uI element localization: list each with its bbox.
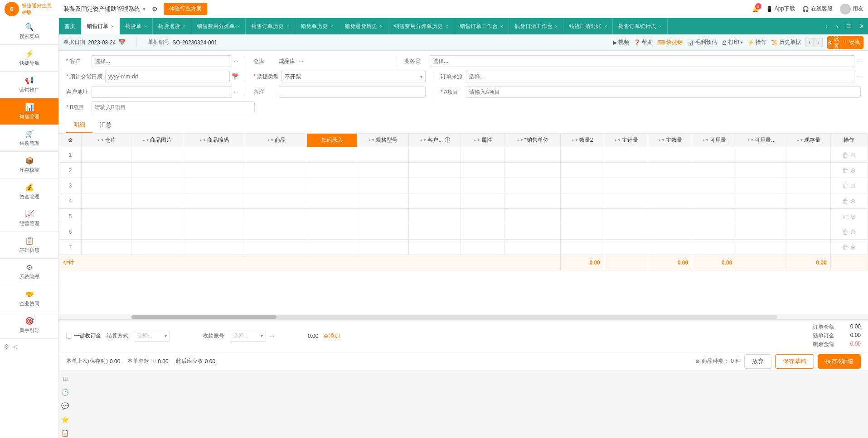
row-7-qty2[interactable] [560, 240, 604, 255]
tab-close-order-history[interactable]: × [286, 24, 289, 29]
row-4-warehouse[interactable] [82, 193, 131, 209]
tab-close-sales-history[interactable]: × [330, 24, 333, 29]
view-btn[interactable]: ▶ 视频 [613, 39, 629, 46]
tab-daily-workbench[interactable]: 钱货日清工作台 × [509, 18, 564, 34]
settings-right-btn[interactable]: ⚙ 设置 [827, 36, 840, 49]
row-4-scan[interactable] [307, 193, 357, 209]
salesperson-dots-btn[interactable]: ··· [856, 58, 861, 64]
row-7-unit[interactable] [504, 240, 560, 255]
row-6-available[interactable] [692, 224, 736, 240]
row-7-copy-icon[interactable]: ⊕ [850, 244, 856, 251]
row-4-available[interactable] [692, 193, 736, 209]
dropdown-arrow-icon[interactable]: ▾ [143, 6, 145, 12]
row-3-unit[interactable] [504, 178, 560, 193]
sidebar-item-purchase[interactable]: 🛒 采购管理 [0, 125, 58, 152]
row-1-qty2[interactable] [560, 147, 604, 163]
row-2-main-qty[interactable] [648, 163, 692, 178]
row-7-cust-code[interactable] [408, 240, 461, 255]
row-6-main-qty[interactable] [648, 224, 692, 240]
tab-next-btn[interactable]: › [832, 18, 843, 34]
row-2-unit[interactable] [504, 163, 560, 178]
sidebar-item-system[interactable]: ⚙ 系统管理 [0, 259, 58, 285]
row-3-spec[interactable] [357, 178, 409, 193]
sort-attr-icon[interactable]: ▲▼ [473, 139, 480, 142]
sidebar-item-inventory[interactable]: 📦 库存核算 [0, 152, 58, 178]
nav-next-icon[interactable]: › [815, 38, 823, 47]
row-2-delete-icon[interactable]: 🗑 [842, 167, 849, 174]
row-3-main-unit[interactable] [604, 178, 648, 193]
tab-summary[interactable]: 汇总 [92, 118, 119, 133]
row-5-available2[interactable] [736, 209, 786, 224]
row-1-available[interactable] [692, 147, 736, 163]
sort-avail-icon[interactable]: ▲▼ [702, 139, 709, 142]
tab-return-history[interactable]: 销货退货历史 × [339, 18, 388, 34]
add-payment-btn[interactable]: ⊕ 添加 [324, 332, 340, 340]
row-6-spec[interactable] [357, 224, 409, 240]
row-1-current[interactable] [786, 147, 830, 163]
tab-expense[interactable]: 销售费用分摊单 × [191, 18, 246, 34]
sort-product-icon[interactable]: ▲▼ [267, 139, 274, 142]
sort-unit-icon[interactable]: ▲▼ [516, 139, 524, 142]
row-1-attr[interactable] [461, 147, 504, 163]
right-panel-icon-5[interactable]: 📋 [60, 428, 70, 438]
row-6-code[interactable] [183, 224, 245, 240]
row-7-warehouse[interactable] [82, 240, 131, 255]
tab-reconcile[interactable]: 钱货日清对账 × [563, 18, 613, 34]
sort-current-icon[interactable]: ▲▼ [796, 139, 804, 142]
row-3-qty2[interactable] [560, 178, 604, 193]
tab-close-return[interactable]: × [183, 24, 185, 29]
row-1-cust-code[interactable] [408, 147, 461, 163]
row-4-main-unit[interactable] [604, 193, 648, 209]
tab-sales-list[interactable]: 销货单 × [120, 18, 153, 34]
tab-home[interactable]: 首页 [59, 18, 81, 34]
row-3-cust-code[interactable] [408, 178, 461, 193]
row-1-main-qty[interactable] [648, 147, 692, 163]
tab-close-daily-workbench[interactable]: × [555, 24, 558, 29]
row-7-main-unit[interactable] [604, 240, 648, 255]
print-btn[interactable]: 🖨 打印 ▾ [722, 39, 743, 46]
row-3-attr[interactable] [461, 178, 504, 193]
row-6-delete-icon[interactable]: 🗑 [842, 228, 849, 236]
number-value[interactable]: SO-20230324-001 [172, 39, 217, 46]
date-value[interactable]: 2023-03-24 [88, 39, 116, 46]
row-1-spec[interactable] [357, 147, 409, 163]
sort-avail2-icon[interactable]: ▲▼ [747, 139, 754, 142]
address-dots-btn[interactable]: ··· [234, 89, 238, 95]
row-1-available2[interactable] [736, 147, 786, 163]
row-7-code[interactable] [183, 240, 245, 255]
row-6-available2[interactable] [736, 224, 786, 240]
row-2-spec[interactable] [357, 163, 409, 178]
sort-code-icon[interactable]: ▲▼ [199, 139, 206, 142]
tab-menu-btn[interactable]: ☰ [843, 18, 855, 34]
sidebar-item-sales[interactable]: 📊 销售管理 [0, 98, 58, 125]
customer-address-input[interactable] [92, 86, 232, 98]
tab-close-reconcile[interactable]: × [604, 24, 607, 29]
row-6-img[interactable] [131, 224, 183, 240]
row-6-copy-icon[interactable]: ⊕ [850, 228, 856, 236]
row-7-current[interactable] [786, 240, 830, 255]
tab-sales-order[interactable]: 销售订单 × [81, 18, 120, 34]
row-5-attr[interactable] [461, 209, 504, 224]
row-4-delete-icon[interactable]: 🗑 [842, 197, 849, 205]
order-source-dots-btn[interactable]: ··· [856, 73, 861, 80]
row-4-product[interactable] [245, 193, 307, 209]
save-draft-btn[interactable]: 保存草稿 [775, 354, 814, 369]
row-6-cust-code[interactable] [408, 224, 461, 240]
scrollbar-thumb[interactable] [131, 315, 276, 319]
app-download-btn[interactable]: 📱 App下载 [766, 5, 795, 13]
row-7-attr[interactable] [461, 240, 504, 255]
profit-btn[interactable]: 📊 毛利预估 [687, 39, 717, 46]
row-6-product[interactable] [245, 224, 307, 240]
row-5-qty2[interactable] [560, 209, 604, 224]
sort-warehouse-icon[interactable]: ▲▼ [97, 139, 104, 142]
row-2-warehouse[interactable] [82, 163, 131, 178]
tab-close-expense-history[interactable]: × [446, 24, 448, 29]
tab-return[interactable]: 销货退货 × [153, 18, 191, 34]
row-3-main-qty[interactable] [648, 178, 692, 193]
row-6-main-unit[interactable] [604, 224, 648, 240]
tab-close-sales-list[interactable]: × [144, 24, 147, 29]
col-scan[interactable]: 扫码录入 [307, 134, 357, 147]
row-5-scan[interactable] [307, 209, 357, 224]
sidebar-item-search[interactable]: 🔍 搜索菜单 [0, 18, 58, 45]
row-5-spec[interactable] [357, 209, 409, 224]
